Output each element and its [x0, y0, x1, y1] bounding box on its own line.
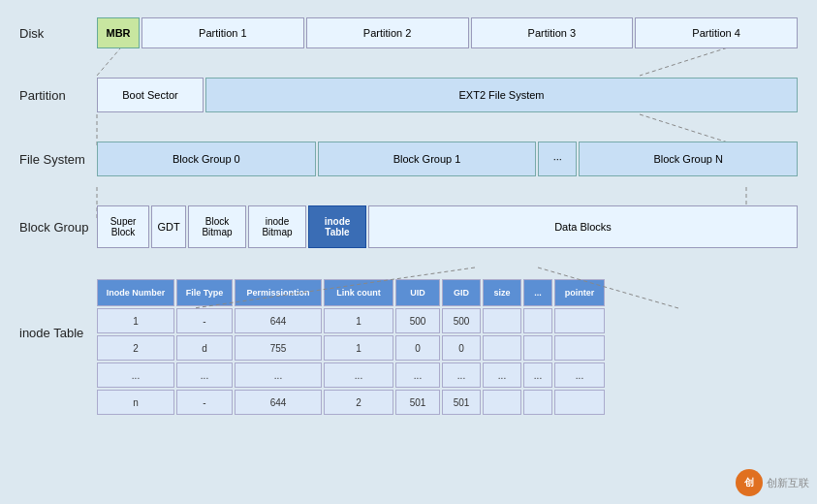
- partition1-box: Partition 1: [141, 17, 304, 48]
- disk-boxes: MBR Partition 1 Partition 2 Partition 3 …: [97, 17, 798, 48]
- inode-header-row: Inode Number File Type Permissiontion Li…: [97, 279, 798, 306]
- blockgroup-label: Block Group: [19, 220, 97, 235]
- cell-r3-dots: ...: [523, 362, 552, 388]
- partition-boxes: Boot Sector EXT2 File System: [97, 78, 798, 112]
- header-uid: UID: [395, 279, 440, 306]
- cell-r1-uid: 500: [395, 308, 440, 333]
- cell-r1-perm: 644: [235, 308, 322, 333]
- cell-r4-inodenum: n: [97, 390, 174, 415]
- cell-r4-dots: [523, 390, 552, 415]
- cell-r4-filetype: -: [176, 390, 233, 415]
- diagram: .dashed { stroke: #888; stroke-width: 1;…: [0, 0, 817, 504]
- cell-r1-filetype: -: [176, 308, 233, 333]
- header-dots: ...: [523, 279, 552, 306]
- cell-r1-inodenum: 1: [97, 308, 174, 333]
- filesystem-boxes: Block Group 0 Block Group 1 ··· Block Gr…: [97, 142, 798, 176]
- header-inodenum: Inode Number: [97, 279, 174, 306]
- connector-lines: .dashed { stroke: #888; stroke-width: 1;…: [0, 0, 817, 504]
- inode-data-row-4: n - 644 2 501 501: [97, 390, 798, 415]
- cell-r3-filetype: ...: [176, 362, 233, 388]
- inode-table-box: inodeTable: [308, 205, 366, 248]
- disk-row: Disk MBR Partition 1 Partition 2 Partiti…: [19, 17, 798, 48]
- cell-r3-perm: ...: [235, 362, 322, 388]
- inode-bitmap-box: inodeBitmap: [248, 205, 306, 248]
- mbr-box: MBR: [97, 17, 140, 48]
- cell-r1-size: [483, 308, 521, 333]
- superblock-box: SuperBlock: [97, 205, 149, 248]
- inode-table-section: inode Table Inode Number File Type Permi…: [19, 279, 798, 417]
- filesystem-label: File System: [19, 152, 97, 167]
- watermark: 创 创新互联: [736, 469, 809, 496]
- cell-r4-gid: 501: [442, 390, 481, 415]
- header-size: size: [483, 279, 521, 306]
- ext2-box: EXT2 File System: [205, 78, 798, 112]
- cell-r2-filetype: d: [176, 335, 233, 361]
- cell-r1-pointer: [554, 308, 605, 333]
- cell-r3-link: ...: [324, 362, 393, 388]
- cell-r2-link: 1: [324, 335, 393, 361]
- cell-r4-size: [483, 390, 521, 415]
- cell-r1-link: 1: [324, 308, 393, 333]
- watermark-text: 创新互联: [767, 476, 809, 490]
- header-perm: Permissiontion: [235, 279, 322, 306]
- blockgroup1-box: Block Group 1: [318, 142, 537, 176]
- cell-r2-dots: [523, 335, 552, 361]
- data-blocks-box: Data Blocks: [368, 205, 798, 248]
- cell-r2-uid: 0: [395, 335, 440, 361]
- inode-table-label: inode Table: [19, 279, 97, 340]
- blockgroup-boxes: SuperBlock GDT BlockBitmap inodeBitmap i…: [97, 205, 798, 248]
- partition4-box: Partition 4: [635, 17, 798, 48]
- cell-r3-inodenum: ...: [97, 362, 174, 388]
- blockgroup0-box: Block Group 0: [97, 142, 316, 176]
- header-pointer: pointer: [554, 279, 605, 306]
- header-gid: GID: [442, 279, 481, 306]
- header-link: Link count: [324, 279, 393, 306]
- cell-r1-gid: 500: [442, 308, 481, 333]
- inode-data-row-1: 1 - 644 1 500 500: [97, 308, 798, 333]
- cell-r4-uid: 501: [395, 390, 440, 415]
- disk-label: Disk: [19, 26, 97, 41]
- cell-r1-dots: [523, 308, 552, 333]
- inode-data-row-2: 2 d 755 1 0 0: [97, 335, 798, 361]
- partition3-box: Partition 3: [471, 17, 634, 48]
- blockgroup-dots-box: ···: [538, 142, 577, 176]
- cell-r2-size: [483, 335, 521, 361]
- header-filetype: File Type: [176, 279, 233, 306]
- cell-r4-link: 2: [324, 390, 393, 415]
- inode-data-row-3: ... ... ... ... ... ... ... ... ...: [97, 362, 798, 388]
- cell-r2-pointer: [554, 335, 605, 361]
- cell-r2-gid: 0: [442, 335, 481, 361]
- block-bitmap-box: BlockBitmap: [188, 205, 246, 248]
- cell-r3-uid: ...: [395, 362, 440, 388]
- partition2-box: Partition 2: [306, 17, 469, 48]
- gdt-box: GDT: [151, 205, 186, 248]
- blockgroup-row: Block Group SuperBlock GDT BlockBitmap i…: [19, 205, 798, 248]
- partition-label: Partition: [19, 88, 97, 103]
- watermark-icon: 创: [736, 469, 763, 496]
- cell-r4-perm: 644: [235, 390, 322, 415]
- blockgroupn-box: Block Group N: [579, 142, 798, 176]
- inode-table-grid: Inode Number File Type Permissiontion Li…: [97, 279, 798, 417]
- cell-r3-gid: ...: [442, 362, 481, 388]
- cell-r3-pointer: ...: [554, 362, 605, 388]
- cell-r4-pointer: [554, 390, 605, 415]
- boot-sector-box: Boot Sector: [97, 78, 204, 112]
- cell-r2-inodenum: 2: [97, 335, 174, 361]
- cell-r2-perm: 755: [235, 335, 322, 361]
- cell-r3-size: ...: [483, 362, 521, 388]
- filesystem-row: File System Block Group 0 Block Group 1 …: [19, 142, 798, 176]
- partition-row: Partition Boot Sector EXT2 File System: [19, 78, 798, 112]
